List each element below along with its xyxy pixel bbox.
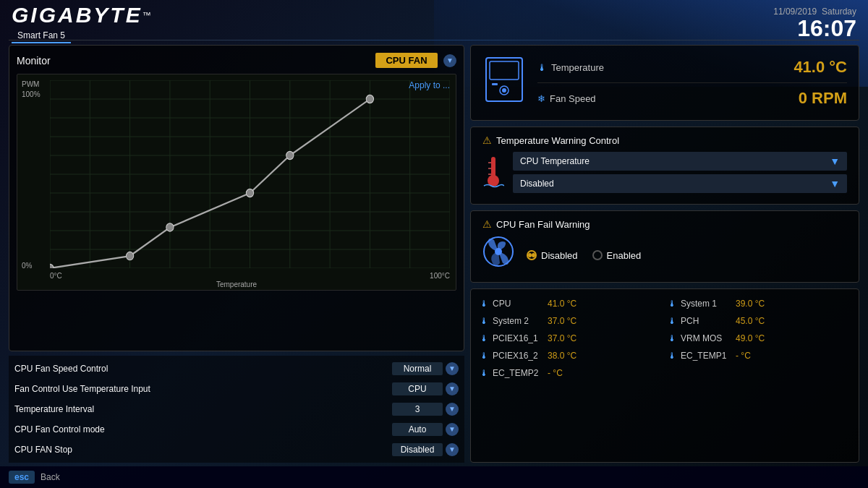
pch-sensor-value: 45.0 °C [736, 316, 775, 326]
normal-dropdown[interactable]: ▼ [446, 362, 459, 375]
temperature-row: 🌡 Temperature 41.0 °C [537, 55, 847, 80]
monitor-header: Monitor CPU FAN ▼ [17, 53, 456, 68]
header: GIGABYTE™ Smart Fan 5 11/09/2019 Saturda… [0, 0, 868, 40]
svg-rect-32 [492, 83, 498, 85]
warning-title: ⚠ Temperature Warning Control [482, 134, 847, 146]
setting-label-0: CPU Fan Speed Control [14, 364, 108, 374]
svg-point-23 [126, 252, 133, 260]
pcie2-sensor-icon: 🌡 [480, 351, 488, 361]
vrm-sensor-icon: 🌡 [668, 333, 676, 343]
y-max-label: 100% [22, 90, 41, 98]
computer-case-svg [482, 54, 526, 105]
enabled-radio[interactable]: Enabled [592, 250, 642, 261]
setting-label-3: CPU Fan Control mode [14, 424, 105, 435]
svg-point-25 [246, 189, 253, 197]
auto-badge: Auto [392, 423, 443, 436]
warning-status-dropdown[interactable]: Disabled ▼ [513, 174, 847, 193]
fan-dropdown-icon[interactable]: ▼ [443, 54, 456, 67]
svg-point-26 [286, 151, 294, 159]
setting-label-2: Temperature Interval [14, 404, 94, 414]
cpu-sensor-label: CPU [493, 299, 543, 309]
time-display: 16:07 [773, 17, 856, 40]
ectemp2-sensor-icon: 🌡 [480, 368, 488, 378]
cpu-dropdown[interactable]: ▼ [446, 382, 459, 395]
datetime: 11/09/2019 Saturday 16:07 [773, 7, 856, 40]
temp-fan-card: 🌡 Temperature 41.0 °C ❄ Fan Speed 0 RPM [470, 45, 859, 121]
setting-row-0: CPU Fan Speed Control Normal ▼ [9, 359, 464, 379]
pwm-label: PWM [22, 80, 39, 88]
mode-dropdown[interactable]: ▼ [446, 423, 459, 436]
fan-icon [482, 236, 515, 275]
ectemp1-sensor-label: EC_TEMP1 [681, 351, 731, 361]
stop-dropdown[interactable]: ▼ [446, 443, 459, 456]
cpu-temp-dropdown-icon: ▼ [830, 155, 840, 167]
esc-key[interactable]: esc [9, 471, 35, 484]
vrm-sensor-label: VRM MOS [681, 333, 731, 343]
vrm-sensor-value: 49.0 °C [736, 333, 775, 343]
fan-fail-warning-icon: ⚠ [482, 218, 492, 230]
cpu-sensor-icon: 🌡 [480, 299, 488, 309]
warning-dropdowns: CPU Temperature ▼ Disabled ▼ [513, 152, 847, 197]
fan-curve-svg [50, 80, 450, 268]
pcie1-sensor-label: PCIEX16_1 [493, 333, 543, 343]
status-dropdown-icon: ▼ [830, 178, 840, 189]
svg-point-31 [502, 88, 506, 93]
setting-row-3: CPU Fan Control mode Auto ▼ [9, 419, 464, 440]
monitor-title: Monitor [17, 55, 51, 67]
subtitle: Smart Fan 5 [12, 27, 151, 43]
fan-curve-chart[interactable]: PWM 100% 0% 0°C 100°C Temperature Apply … [17, 74, 456, 291]
ectemp1-sensor-icon: 🌡 [668, 351, 676, 361]
setting-row-4: CPU FAN Stop Disabled ▼ [9, 440, 464, 460]
sensor-cpu: 🌡 CPU 41.0 °C [480, 296, 662, 311]
sensors-grid: 🌡 CPU 41.0 °C 🌡 System 1 39.0 °C 🌡 Syste… [480, 296, 850, 380]
fan-speed-label: ❄ Fan Speed [537, 93, 596, 104]
temp-warning-card: ⚠ Temperature Warning Control [470, 127, 859, 205]
fan-selector-group: CPU FAN ▼ [375, 53, 456, 68]
thermometer-svg [482, 155, 504, 188]
cpu-sensor-value: 41.0 °C [548, 299, 587, 309]
x-min-label: 0°C [50, 272, 62, 280]
disabled-radio[interactable]: Disabled [527, 250, 578, 261]
sensor-ectemp2: 🌡 EC_TEMP2 - °C [480, 366, 662, 380]
interval-dropdown[interactable]: ▼ [446, 403, 459, 416]
apply-button[interactable]: Apply to ... [409, 80, 450, 90]
setting-label-1: Fan Control Use Temperature Input [14, 384, 150, 394]
temp-fan-values: 🌡 Temperature 41.0 °C ❄ Fan Speed 0 RPM [537, 55, 847, 111]
temp-icon-row: CPU Temperature ▼ Disabled ▼ [482, 152, 847, 197]
svg-point-24 [166, 223, 174, 231]
fan-fail-header: ⚠ CPU Fan Fail Warning [482, 218, 847, 230]
sensor-vrmmos: 🌡 VRM MOS 49.0 °C [668, 331, 850, 346]
ectemp1-sensor-value: - °C [736, 351, 775, 361]
right-panel: 🌡 Temperature 41.0 °C ❄ Fan Speed 0 RPM [470, 45, 859, 463]
normal-badge: Normal [392, 362, 443, 375]
ectemp2-sensor-value: - °C [548, 368, 587, 378]
pcie1-sensor-icon: 🌡 [480, 333, 488, 343]
x-axis-label: Temperature [216, 281, 257, 288]
sys1-sensor-label: System 1 [681, 299, 731, 309]
sys1-sensor-value: 39.0 °C [736, 299, 775, 309]
logo-section: GIGABYTE™ Smart Fan 5 [12, 3, 151, 43]
svg-rect-29 [490, 61, 519, 80]
monitor-panel: Monitor CPU FAN ▼ PWM 100% 0% 0°C 100°C … [9, 45, 464, 351]
pcie2-sensor-value: 38.0 °C [548, 351, 587, 361]
cpu-badge: CPU [392, 382, 443, 395]
sensor-system1: 🌡 System 1 39.0 °C [668, 296, 850, 311]
thermometer-icon [482, 155, 504, 194]
fan-speed-row: ❄ Fan Speed 0 RPM [537, 86, 847, 111]
svg-point-22 [50, 264, 54, 268]
back-label: Back [41, 472, 60, 482]
setting-label-4: CPU FAN Stop [14, 445, 72, 455]
ectemp2-sensor-label: EC_TEMP2 [493, 368, 543, 378]
setting-row-2: Temperature Interval 3 ▼ [9, 399, 464, 419]
cpu-fan-button[interactable]: CPU FAN [375, 53, 437, 68]
fan-svg [482, 236, 515, 268]
left-panel: Monitor CPU FAN ▼ PWM 100% 0% 0°C 100°C … [9, 45, 464, 463]
fan-fail-card: ⚠ CPU Fan Fail Warning [470, 210, 859, 283]
sensors-card: 🌡 CPU 41.0 °C 🌡 System 1 39.0 °C 🌡 Syste… [470, 288, 859, 463]
sensor-pch: 🌡 PCH 45.0 °C [668, 314, 850, 328]
sensor-ectemp1: 🌡 EC_TEMP1 - °C [668, 348, 850, 363]
cpu-temp-dropdown[interactable]: CPU Temperature ▼ [513, 152, 847, 171]
pcie1-sensor-value: 37.0 °C [548, 333, 587, 343]
fan-speed-value: 0 RPM [799, 89, 847, 108]
y-min-label: 0% [22, 262, 32, 270]
